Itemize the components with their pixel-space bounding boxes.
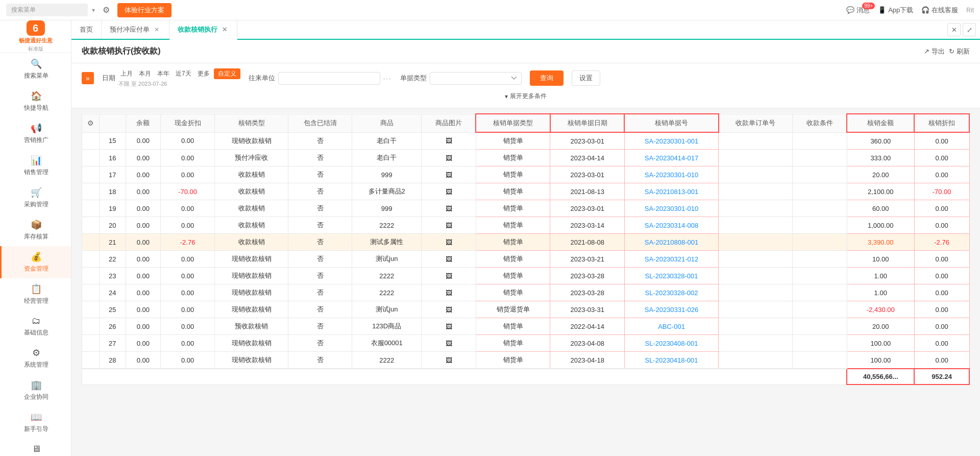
table-row: 240.000.00现销收款核销否2222🖼销货单2023-03-28SL-20… — [82, 284, 970, 301]
date-7days-btn[interactable]: 近7天 — [174, 68, 193, 79]
row-cash-discount: 0.00 — [160, 132, 214, 150]
footer-verify-discount-total: 952.24 — [914, 369, 969, 385]
sidebar-item-label: 快捷导航 — [24, 104, 48, 112]
row-settings — [82, 217, 100, 234]
sidebar-item-inventory[interactable]: 📦 库存核算 — [0, 214, 71, 246]
date-more-btn[interactable]: 更多 — [195, 68, 212, 79]
row-product-image: 🖼 — [422, 268, 476, 284]
counterparty-input[interactable] — [278, 72, 380, 85]
tab-receivable-close[interactable]: ✕ — [220, 26, 229, 34]
page-title: 收款核销执行(按收款) — [82, 46, 161, 57]
sidebar-item-finance[interactable]: 💰 资金管理 — [0, 246, 71, 278]
voucher-type-select[interactable] — [430, 72, 522, 85]
row-balance: 0.00 — [126, 166, 160, 183]
date-this-year-btn[interactable]: 本年 — [155, 68, 172, 79]
tab-home[interactable]: 首页 — [71, 20, 102, 39]
logo-area: 6 畅捷通好生意 标准版 — [0, 20, 71, 53]
row-cash-discount: -70.00 — [160, 183, 214, 200]
row-verify-doc-no[interactable]: SL-20230418-001 — [624, 352, 718, 369]
row-balance: 0.00 — [126, 284, 160, 301]
sidebar-item-basic[interactable]: 🗂 基础信息 — [0, 310, 71, 342]
row-verify-discount: 0.00 — [914, 251, 969, 268]
row-verify-doc-no[interactable]: SA-20230314-008 — [624, 217, 718, 234]
sidebar-item-sales[interactable]: 📊 销售管理 — [0, 150, 71, 182]
tab-expand-btn[interactable]: ⤢ — [963, 23, 976, 36]
row-receipt-terms — [792, 150, 847, 166]
th-product-image: 商品图片 — [422, 114, 476, 132]
query-btn[interactable]: 查询 — [530, 70, 564, 86]
date-custom-btn[interactable]: 自定义 — [214, 68, 240, 79]
row-verify-doc-type: 销货单 — [476, 268, 550, 284]
online-service-btn[interactable]: 🎧 在线客服 — [921, 6, 958, 15]
row-verify-doc-no[interactable]: SA-20210813-001 — [624, 183, 718, 200]
row-verify-discount: 0.00 — [914, 335, 969, 352]
row-verify-doc-no[interactable]: SA-20230414-017 — [624, 150, 718, 166]
page-header: 收款核销执行(按收款) ↗ 导出 ↻ 刷新 — [71, 40, 980, 63]
finance-icon: 💰 — [31, 251, 42, 262]
search-input[interactable]: 搜索菜单 — [6, 4, 88, 16]
sidebar-item-corp[interactable]: 🏢 企业协同 — [0, 374, 71, 406]
sidebar-item-marketing[interactable]: 📢 营销推广 — [0, 117, 71, 150]
sidebar-item-guide[interactable]: 📖 新手引导 — [0, 406, 71, 439]
sidebar-item-purchase[interactable]: 🛒 采购管理 — [0, 182, 71, 214]
row-verify-doc-date: 2023-03-31 — [550, 301, 625, 318]
row-verify-type: 现销收款核销 — [215, 301, 288, 318]
sidebar-item-search[interactable]: 🔍 搜索菜单 — [0, 53, 71, 85]
row-verify-doc-no[interactable]: SA-20230301-010 — [624, 166, 718, 183]
row-no: 24 — [100, 284, 126, 301]
row-verify-doc-no[interactable]: ABC-001 — [624, 318, 718, 335]
app-download-btn[interactable]: 📱 App下载 — [878, 6, 913, 15]
row-verify-doc-no[interactable]: SL-20230328-001 — [624, 268, 718, 284]
table-scroll[interactable]: ⚙ 余额 现金折扣 核销类型 包含已结清 商品 商品图片 核销单据类型 核销 — [82, 108, 970, 385]
filter-settings-btn[interactable]: 设置 — [572, 70, 600, 86]
row-receipt-terms — [792, 318, 847, 335]
th-cash-discount: 现金折扣 — [160, 114, 214, 132]
row-cash-discount: 0.00 — [160, 301, 214, 318]
sidebar-item-quick-nav[interactable]: 🏠 快捷导航 — [0, 85, 71, 117]
row-verify-doc-no[interactable]: SA-20230321-012 — [624, 251, 718, 268]
sidebar-item-label: 采购管理 — [24, 200, 48, 209]
settings-icon[interactable]: ⚙ — [99, 3, 113, 17]
table-column-settings-btn[interactable]: ⚙ — [87, 119, 94, 127]
row-verify-doc-no[interactable]: SL-20230328-002 — [624, 284, 718, 301]
main-content: 首页 预付冲应付单 ✕ 收款核销执行 ✕ ✕ ⤢ 收款核销执行(按收款) — [71, 20, 980, 456]
row-verify-type: 收款核销 — [215, 200, 288, 217]
export-btn[interactable]: ↗ 导出 — [924, 47, 945, 56]
industry-btn[interactable]: 体验行业方案 — [117, 3, 172, 17]
date-this-month-btn[interactable]: 本月 — [137, 68, 153, 79]
footer-verify-amount-total: 40,556,66... — [847, 369, 914, 385]
sidebar-item-system[interactable]: ⚙ 系统管理 — [0, 342, 71, 374]
expand-more-btn[interactable]: ▾ 展开更多条件 — [82, 90, 970, 103]
row-verify-doc-no[interactable]: SA-20230331-026 — [624, 301, 718, 318]
row-product-image: 🖼 — [422, 150, 476, 166]
tab-close-window-btn[interactable]: ✕ — [947, 23, 961, 36]
table-row: 260.000.00预收款核销否123D商品🖼销货单2022-04-14ABC-… — [82, 318, 970, 335]
row-verify-doc-no[interactable]: SA-20230301-010 — [624, 200, 718, 217]
message-btn[interactable]: 💬 消息 99+ — [846, 6, 870, 15]
table-header-row: ⚙ 余额 现金折扣 核销类型 包含已结清 商品 商品图片 核销单据类型 核销 — [82, 114, 970, 132]
tab-prepay-close[interactable]: ✕ — [153, 26, 161, 34]
th-product: 商品 — [352, 114, 422, 132]
row-verify-amount: 60.00 — [847, 200, 914, 217]
sidebar-item-hardware[interactable]: 🖥 智能硬件 — [0, 439, 71, 456]
row-verify-doc-no[interactable]: SA-20230301-001 — [624, 132, 718, 150]
date-prev-month-btn[interactable]: 上月 — [118, 68, 135, 79]
dropdown-arrow-icon[interactable]: ▾ — [92, 7, 95, 14]
sidebar-item-label: 资金管理 — [24, 265, 48, 273]
row-settings — [82, 251, 100, 268]
table-row: 200.000.00收款核销否2222🖼销货单2023-03-14SA-2023… — [82, 217, 970, 234]
row-verify-amount: 3,390.00 — [847, 234, 914, 251]
tab-prepay[interactable]: 预付冲应付单 ✕ — [102, 20, 169, 39]
th-receipt-terms: 收款条件 — [792, 114, 847, 132]
row-verify-doc-no[interactable]: SA-20210808-001 — [624, 234, 718, 251]
refresh-btn[interactable]: ↻ 刷新 — [949, 47, 970, 56]
row-verify-doc-date: 2023-03-01 — [550, 200, 625, 217]
tab-receivable[interactable]: 收款核销执行 ✕ — [169, 20, 237, 40]
marketing-icon: 📢 — [31, 123, 42, 134]
row-settings — [82, 301, 100, 318]
row-product: 衣服00001 — [352, 335, 422, 352]
row-balance: 0.00 — [126, 251, 160, 268]
filter-expand-btn[interactable]: » — [82, 72, 94, 84]
sidebar-item-operation[interactable]: 📋 经营管理 — [0, 278, 71, 310]
row-verify-doc-no[interactable]: SL-20230408-001 — [624, 335, 718, 352]
